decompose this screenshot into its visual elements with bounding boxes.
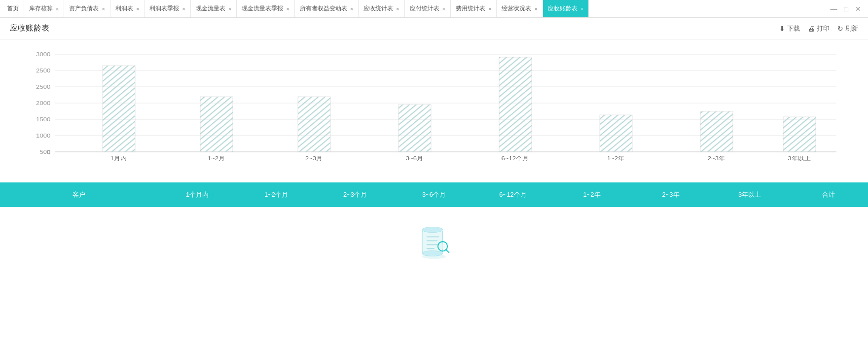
tab-payable-stat[interactable]: 应付统计表 × [405, 0, 451, 18]
col-1month: 1个月内 [158, 190, 237, 199]
tab-close-inventory[interactable]: × [56, 6, 59, 12]
svg-point-36 [422, 250, 443, 256]
svg-text:2500: 2500 [36, 84, 51, 90]
svg-text:2~3年: 2~3年 [708, 155, 725, 162]
tab-close-aging[interactable]: × [580, 6, 583, 12]
header-actions: ⬇ 下载 🖨 打印 ↻ 刷新 [779, 24, 858, 33]
tab-aging[interactable]: 应收账龄表 × [543, 0, 589, 18]
col-total: 合计 [789, 190, 868, 199]
download-button[interactable]: ⬇ 下载 [779, 24, 800, 33]
svg-rect-20 [298, 97, 330, 152]
svg-rect-18 [200, 97, 233, 152]
tab-profit[interactable]: 利润表 × [110, 0, 145, 18]
download-icon: ⬇ [779, 25, 785, 33]
col-1-2month: 1~2个月 [237, 190, 316, 199]
svg-text:2500: 2500 [36, 68, 51, 74]
svg-text:1~2月: 1~2月 [208, 155, 225, 162]
svg-text:1500: 1500 [36, 116, 51, 123]
tab-close-cashflow-quarterly[interactable]: × [286, 6, 289, 12]
tab-close-equity[interactable]: × [350, 6, 353, 12]
svg-rect-24 [499, 57, 532, 152]
tab-equity[interactable]: 所有者权益变动表 × [295, 0, 359, 18]
tab-close-payable-stat[interactable]: × [442, 6, 445, 12]
tab-close-profit-quarterly[interactable]: × [182, 6, 185, 12]
refresh-icon: ↻ [837, 25, 843, 33]
tab-close-balance-sheet[interactable]: × [102, 6, 105, 12]
page-header: 应收账龄表 ⬇ 下载 🖨 打印 ↻ 刷新 [0, 18, 868, 39]
tab-cashflow[interactable]: 现金流量表 × [191, 0, 237, 18]
svg-text:3~6月: 3~6月 [406, 155, 423, 162]
svg-text:1~2年: 1~2年 [607, 155, 624, 162]
tab-home[interactable]: 首页 [2, 0, 24, 18]
svg-rect-26 [600, 115, 632, 152]
tab-bar: 首页 库存核算 × 资产负债表 × 利润表 × 利润表季报 × 现金流量表 × … [0, 0, 868, 18]
maximize-button[interactable]: □ [841, 3, 851, 15]
tab-expense-stat[interactable]: 费用统计表 × [451, 0, 497, 18]
page-title: 应收账龄表 [10, 23, 49, 34]
tab-profit-quarterly[interactable]: 利润表季报 × [145, 0, 190, 18]
svg-text:0: 0 [47, 149, 51, 156]
bar-chart: 3000 2500 2500 2000 1500 1000 500 0 1月内 … [20, 49, 848, 178]
col-2-3year: 2~3年 [631, 190, 710, 199]
empty-icon [409, 222, 459, 261]
svg-text:2000: 2000 [36, 100, 51, 106]
close-button[interactable]: ✕ [852, 3, 864, 15]
print-button[interactable]: 🖨 打印 [808, 24, 830, 33]
tab-operation[interactable]: 经营状况表 × [497, 0, 542, 18]
col-2-3month: 2~3个月 [316, 190, 395, 199]
svg-rect-28 [700, 111, 733, 152]
print-icon: 🖨 [808, 25, 815, 33]
window-actions: — □ ✕ [828, 3, 866, 15]
tab-inventory[interactable]: 库存核算 × [24, 0, 64, 18]
tab-close-profit[interactable]: × [136, 6, 139, 12]
col-customer: 客户 [0, 190, 158, 199]
col-3-6month: 3~6个月 [395, 190, 473, 199]
col-1-2year: 1~2年 [552, 190, 631, 199]
tab-close-expense-stat[interactable]: × [488, 6, 491, 12]
refresh-button[interactable]: ↻ 刷新 [837, 24, 858, 33]
col-3plus-year: 3年以上 [710, 190, 789, 199]
table-header: 客户 1个月内 1~2个月 2~3个月 3~6个月 6~12个月 1~2年 2~… [0, 182, 868, 207]
chart-container: 3000 2500 2500 2000 1500 1000 500 0 1月内 … [20, 49, 848, 178]
svg-text:1月内: 1月内 [110, 155, 127, 162]
empty-state [0, 207, 868, 286]
tab-cashflow-quarterly[interactable]: 现金流量表季报 × [237, 0, 294, 18]
col-6-12month: 6~12个月 [473, 190, 552, 199]
svg-point-35 [422, 227, 443, 232]
tab-close-operation[interactable]: × [534, 6, 537, 12]
svg-text:3年以上: 3年以上 [788, 155, 810, 162]
svg-text:6~12个月: 6~12个月 [502, 155, 529, 162]
svg-line-43 [446, 249, 449, 252]
svg-rect-22 [398, 105, 431, 152]
minimize-button[interactable]: — [828, 3, 840, 15]
tab-receivable-stat[interactable]: 应收统计表 × [359, 0, 404, 18]
svg-point-42 [440, 244, 445, 249]
svg-text:3000: 3000 [36, 51, 51, 58]
tab-close-receivable-stat[interactable]: × [396, 6, 399, 12]
tab-balance-sheet[interactable]: 资产负债表 × [64, 0, 110, 18]
svg-text:2~3月: 2~3月 [305, 155, 323, 162]
svg-rect-16 [103, 66, 135, 152]
chart-area: 3000 2500 2500 2000 1500 1000 500 0 1月内 … [0, 39, 868, 182]
main-content: 3000 2500 2500 2000 1500 1000 500 0 1月内 … [0, 39, 868, 355]
svg-rect-30 [783, 117, 816, 152]
svg-text:1000: 1000 [36, 133, 51, 139]
tab-close-cashflow[interactable]: × [228, 6, 231, 12]
